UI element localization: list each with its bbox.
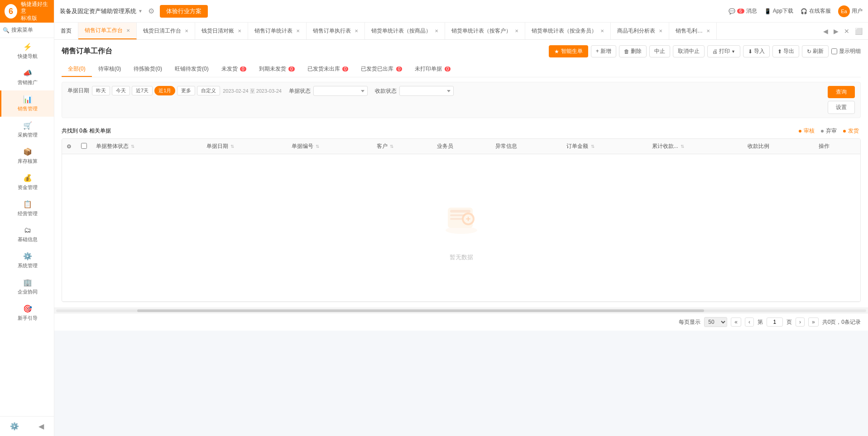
tab-sales-workbench[interactable]: 销售订单工作台 ✕ [78,23,137,39]
ship-btn[interactable]: 发货 [841,126,861,136]
th-doc-status[interactable]: 单据整体状态 ⇅ [91,139,202,154]
subtab-label: 全部(0) [68,66,86,72]
tab-close-icon[interactable]: ✕ [659,28,662,33]
review-btn[interactable]: 审核 [797,126,816,136]
payment-filter-select[interactable] [399,86,454,96]
tab-daily-clear[interactable]: 钱货日清工作台 ✕ [137,23,195,39]
horizontal-scrollbar[interactable] [54,308,868,313]
th-collected[interactable]: 累计收款... ⇅ [647,139,743,154]
subtab-shipped-out[interactable]: 已发货已出库 0 [355,62,408,77]
settings-icon[interactable]: ⚙️ [8,420,21,432]
app-download-btn[interactable]: 📱 App下载 [764,7,793,15]
tab-sales-by-product[interactable]: 销货单统计表（按商品） ✕ [365,23,445,39]
smart-create-button[interactable]: ★ 智能生单 [549,45,588,57]
query-button[interactable]: 查询 [828,86,855,98]
tab-close-icon[interactable]: ✕ [435,28,438,33]
tab-sales-stats[interactable]: 销售订单统计表 ✕ [248,23,307,39]
tab-close-icon[interactable]: ✕ [706,28,710,33]
tab-prev-icon[interactable]: ◀ [821,28,830,35]
message-btn[interactable]: 💬 6 消息 [729,7,757,15]
tab-close-icon[interactable]: ✕ [355,28,358,33]
tab-close-all-icon[interactable]: ✕ [842,28,851,35]
delete-button[interactable]: 🗑 删除 [619,45,647,57]
page-next-btn[interactable]: › [796,318,805,327]
subtab-overdue-not-shipped[interactable]: 到期未发货 0 [253,62,301,77]
refresh-button[interactable]: ↻ 刷新 [802,45,829,57]
dot-icon [799,130,801,133]
page-prev-btn[interactable]: ‹ [745,318,754,327]
status-filter-select[interactable] [313,86,368,96]
sidebar-item-enterprise[interactable]: 🏢 企业协同 [0,274,54,300]
show-detail-checkbox-label[interactable]: 显示明细 [831,47,861,55]
sidebar-item-quicknav[interactable]: ⚡ 快捷导航 [0,38,54,64]
sidebar-item-system[interactable]: ⚙️ 系统管理 [0,247,54,274]
date-btn-yesterday[interactable]: 昨天 [92,86,110,95]
tab-close-icon[interactable]: ✕ [296,28,300,33]
show-detail-checkbox[interactable] [831,48,837,54]
scrollbar-thumb[interactable] [137,309,704,312]
import-button[interactable]: ⬇ 导入 [743,45,770,57]
dropdown-icon: ▼ [138,9,143,14]
export-button[interactable]: ⬆ 导出 [772,45,799,57]
subtab-pending-review[interactable]: 待审核(0) [92,62,128,77]
th-doc-no[interactable]: 单据编号 ⇅ [287,139,372,154]
column-settings-icon[interactable]: ⚙ [67,143,72,150]
subtab-shipped-not-out[interactable]: 已发货未出库 0 [301,62,355,77]
delete-icon: 🗑 [624,48,629,55]
sidebar-item-basicinfo[interactable]: 🗂 基础信息 [0,222,54,247]
cancel-review-btn[interactable]: 弃审 [819,126,839,136]
subtab-all[interactable]: 全部(0) [62,62,92,77]
date-btn-7days[interactable]: 近7天 [132,86,153,95]
header-settings-icon[interactable]: ⚙ [146,7,156,15]
sidebar-item-finance[interactable]: 💰 资金管理 [0,169,54,195]
tab-close-icon[interactable]: ✕ [185,28,188,33]
tab-maximize-icon[interactable]: ⬜ [853,28,864,35]
subtab-pending-inspect[interactable]: 待拣验货(0) [127,62,168,77]
sidebar-item-inventory[interactable]: 📦 库存核算 [0,143,54,169]
settings-button[interactable]: 设置 [828,101,855,114]
th-amount[interactable]: 订单金额 ⇅ [562,139,647,154]
date-btn-custom[interactable]: 自定义 [197,86,220,95]
tab-sales-by-salesman[interactable]: 销货单统计表（按业务员） ✕ [525,23,611,39]
page-input[interactable] [767,318,783,327]
select-all-checkbox[interactable] [81,143,87,149]
th-doc-date[interactable]: 单据日期 ⇅ [202,139,287,154]
sidebar-search[interactable]: 🔍 搜索菜单 [0,23,54,38]
date-btn-more[interactable]: 更多 [177,86,195,95]
th-customer[interactable]: 客户 ⇅ [372,139,432,154]
page-last-btn[interactable]: » [808,318,819,327]
sidebar-item-newguide[interactable]: 🎯 新手引导 [0,300,54,326]
date-btn-1month[interactable]: 近1月 [154,86,175,95]
tab-home[interactable]: 首页 [54,23,78,39]
per-page-select[interactable]: 50 100 200 [704,317,727,327]
subtab-wangpu-pending[interactable]: 旺铺待发货(0) [168,62,215,77]
collapse-icon[interactable]: ◀ [37,420,46,432]
tab-next-icon[interactable]: ▶ [832,28,840,35]
tab-close-icon[interactable]: ✕ [126,28,130,33]
sidebar-item-operations[interactable]: 📋 经营管理 [0,195,54,222]
industry-solution-button[interactable]: 体验行业方案 [160,5,208,18]
user-menu[interactable]: Ea 用户 [838,5,863,17]
subtab-not-shipped[interactable]: 未发货 0 [215,62,253,77]
abort-button[interactable]: 中止 [649,45,670,57]
tab-close-icon[interactable]: ✕ [515,28,518,33]
subtab-not-printed[interactable]: 未打印单据 0 [408,62,457,77]
print-button[interactable]: 🖨 打印 ▼ [707,45,740,57]
cancel-abort-button[interactable]: 取消中止 [673,45,705,57]
tab-close-icon[interactable]: ✕ [600,28,604,33]
online-service-btn[interactable]: 🎧 在线客服 [801,7,831,15]
tab-sales-by-customer[interactable]: 销货单统计表（按客户） ✕ [445,23,525,39]
sidebar-item-marketing[interactable]: 📣 营销推广 [0,64,54,90]
tab-close-icon[interactable]: ✕ [238,28,241,33]
tab-daily-reconcile[interactable]: 钱货日清对账 ✕ [195,23,248,39]
tab-sales-margin[interactable]: 销售毛利… ✕ [669,23,717,39]
system-title-dropdown[interactable]: 装备及固定资产辅助管理系统 ▼ [60,7,143,15]
tab-gross-margin[interactable]: 商品毛利分析表 ✕ [611,23,669,39]
tab-sales-execute[interactable]: 销售订单执行表 ✕ [307,23,365,39]
sidebar-item-sales[interactable]: 📊 销售管理 [0,90,54,117]
date-btn-today[interactable]: 今天 [112,86,130,95]
empty-illustration [439,194,484,239]
page-first-btn[interactable]: « [731,318,741,327]
new-button[interactable]: + 新增 [591,45,616,57]
sidebar-item-purchase[interactable]: 🛒 采购管理 [0,117,54,143]
